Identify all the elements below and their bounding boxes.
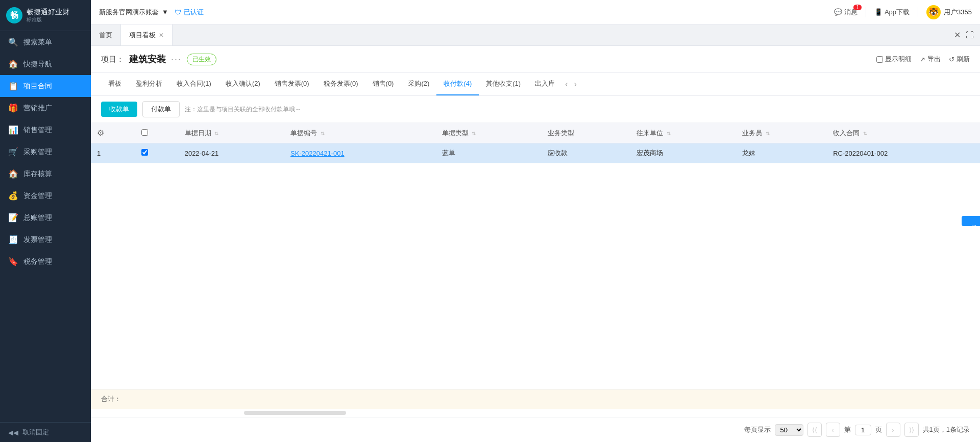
sub-nav-payment[interactable]: 收付款(4) <box>436 73 479 95</box>
col-type[interactable]: 单据类型 ⇅ <box>436 123 542 143</box>
certified-text: 已认证 <box>184 8 204 17</box>
row-checkbox[interactable] <box>141 149 148 156</box>
sub-nav-warehouse[interactable]: 出入库 <box>528 73 562 95</box>
sidebar-label-ledger: 总账管理 <box>23 213 52 223</box>
row-number[interactable]: SK-20220421-001 <box>284 143 436 163</box>
page-next-button[interactable]: › <box>886 423 900 437</box>
sub-nav-profit[interactable]: 盈利分析 <box>129 73 169 95</box>
sort-contract-icon: ⇅ <box>863 131 867 136</box>
sidebar-item-marketing[interactable]: 🎁 营销推广 <box>0 97 91 119</box>
tab-project-board[interactable]: 项目看板 ✕ <box>121 24 173 45</box>
sub-nav-next[interactable]: › <box>571 76 579 93</box>
app-download-button[interactable]: 📱 App下载 <box>874 8 910 17</box>
col-checkbox[interactable] <box>135 123 179 143</box>
sub-nav-purchase[interactable]: 采购(2) <box>401 73 436 95</box>
refresh-icon: ↺ <box>949 56 954 63</box>
row-staff: 龙妹 <box>736 143 827 163</box>
payment-pay-button[interactable]: 付款单 <box>142 101 180 117</box>
purchase-icon: 🛒 <box>8 147 18 157</box>
page-last-button[interactable]: ⟩⟩ <box>904 423 919 437</box>
col-partner[interactable]: 往来单位 ⇅ <box>630 123 736 143</box>
col-date[interactable]: 单据日期 ⇅ <box>179 123 284 143</box>
sub-nav-prev[interactable]: ‹ <box>562 76 571 93</box>
page-first-button[interactable]: ⟨⟨ <box>807 423 822 437</box>
refresh-button[interactable]: ↺ 刷新 <box>949 55 970 64</box>
page-number-input[interactable] <box>855 425 871 435</box>
account-selector[interactable]: 新服务官网演示账套 ▼ <box>99 8 168 17</box>
project-label: 项目： <box>101 55 124 64</box>
sidebar-item-ledger[interactable]: 📝 总账管理 <box>0 207 91 229</box>
sidebar-label-project-contract: 项目合同 <box>23 82 52 91</box>
col-staff[interactable]: 业务员 ⇅ <box>736 123 827 143</box>
content-area: 首页 项目看板 ✕ ✕ ⛶ 项目： 建筑安装 ··· 已生效 <box>91 24 980 442</box>
payment-receipt-button[interactable]: 收款单 <box>101 102 137 117</box>
table-area: ⚙ 单据日期 ⇅ 单据编号 ⇅ <box>91 123 980 389</box>
tab-bar-controls: ✕ ⛶ <box>948 30 980 40</box>
project-more-button[interactable]: ··· <box>171 54 182 65</box>
certified-badge: 🛡 已认证 <box>175 8 204 17</box>
sidebar-item-tax[interactable]: 🔖 税务管理 <box>0 251 91 273</box>
window-maximize-button[interactable]: ⛶ <box>966 31 974 40</box>
sidebar-label-invoice: 发票管理 <box>23 235 52 244</box>
refresh-label: 刷新 <box>957 55 970 64</box>
show-detail-input[interactable] <box>876 56 883 63</box>
sidebar-label-tax: 税务管理 <box>23 257 52 266</box>
settings-icon[interactable]: ⚙ <box>97 129 104 137</box>
message-icon: 💬 <box>834 8 842 16</box>
sidebar-label-marketing: 营销推广 <box>23 104 52 113</box>
sub-toolbar: 收款单 付款单 注：这里是与项目关联的全部收付款单哦～ <box>91 96 980 123</box>
search-icon: 🔍 <box>8 37 18 47</box>
sub-nav-income-confirm[interactable]: 收入确认(2) <box>218 73 267 95</box>
row-partner: 宏茂商场 <box>630 143 736 163</box>
tab-close-icon[interactable]: ✕ <box>159 32 164 39</box>
sidebar-item-finance[interactable]: 💰 资金管理 <box>0 185 91 207</box>
tab-home[interactable]: 首页 <box>91 24 121 45</box>
sidebar-item-purchase[interactable]: 🛒 采购管理 <box>0 141 91 163</box>
sub-nav: 看板 盈利分析 收入合同(1) 收入确认(2) 销售发票(0) 税务发票(0) <box>91 73 980 96</box>
col-number[interactable]: 单据编号 ⇅ <box>284 123 436 143</box>
sidebar-logo: 畅 畅捷通好业财 标准版 <box>0 0 91 31</box>
col-settings[interactable]: ⚙ <box>91 123 135 143</box>
select-all-checkbox[interactable] <box>141 129 148 136</box>
user-menu[interactable]: 🐯 用户3355 <box>926 5 972 19</box>
home-icon: 🏠 <box>8 59 18 69</box>
page-prev-button[interactable]: ‹ <box>826 423 840 437</box>
message-button[interactable]: 💬 消息 1 <box>834 8 857 17</box>
show-detail-checkbox[interactable]: 显示明细 <box>876 55 912 64</box>
marketing-icon: 🎁 <box>8 103 18 113</box>
window-close-button[interactable]: ✕ <box>954 30 961 40</box>
sales-icon: 📊 <box>8 125 18 135</box>
sub-nav-tax-invoice[interactable]: 税务发票(0) <box>316 73 365 95</box>
table-scrollbar-area[interactable] <box>91 409 980 417</box>
feedback-button[interactable]: 反馈 <box>962 216 980 226</box>
sidebar-item-search[interactable]: 🔍 搜索菜单 <box>0 31 91 53</box>
sidebar-item-inventory[interactable]: 🏠 库存核算 <box>0 163 91 185</box>
sidebar-unpin[interactable]: ◀◀ 取消固定 <box>0 422 91 442</box>
total-pages-label: 共1页，1条记录 <box>923 425 970 434</box>
message-badge: 1 <box>853 5 862 10</box>
sub-nav-sales[interactable]: 销售(0) <box>365 73 401 95</box>
inventory-icon: 🏠 <box>8 169 18 179</box>
tab-bar: 首页 项目看板 ✕ ✕ ⛶ <box>91 24 980 46</box>
sub-nav-board[interactable]: 看板 <box>101 73 129 95</box>
per-page-select[interactable]: 50 10 20 100 <box>775 424 803 436</box>
sub-nav-sales-invoice[interactable]: 销售发票(0) <box>267 73 316 95</box>
total-label: 合计： <box>101 395 121 403</box>
table-scrollbar-track[interactable] <box>244 411 346 415</box>
row-checkbox-cell[interactable] <box>135 143 179 163</box>
sidebar-item-quick-nav[interactable]: 🏠 快捷导航 <box>0 53 91 75</box>
sidebar-item-invoice[interactable]: 🧾 发票管理 <box>0 229 91 251</box>
export-button[interactable]: ↗ 导出 <box>920 55 941 64</box>
table-row[interactable]: 1 2022-04-21 SK-20220421-001 蓝单 应收款 宏茂商场… <box>91 143 980 163</box>
sub-nav-income-contract[interactable]: 收入合同(1) <box>169 73 218 95</box>
table-header-row: ⚙ 单据日期 ⇅ 单据编号 ⇅ <box>91 123 980 143</box>
row-number-link[interactable]: SK-20220421-001 <box>290 150 345 157</box>
phone-icon: 📱 <box>874 8 883 16</box>
invoice-icon: 🧾 <box>8 235 18 244</box>
col-income-contract[interactable]: 收入合同 ⇅ <box>827 123 980 143</box>
sub-nav-other-income[interactable]: 其他收支(1) <box>479 73 528 95</box>
data-table: ⚙ 单据日期 ⇅ 单据编号 ⇅ <box>91 123 980 163</box>
sidebar: 畅 畅捷通好业财 标准版 🔍 搜索菜单 🏠 快捷导航 📋 项目合同 🎁 营销推广… <box>0 0 91 442</box>
sidebar-item-sales[interactable]: 📊 销售管理 <box>0 119 91 141</box>
sidebar-item-project-contract[interactable]: 📋 项目合同 <box>0 75 91 97</box>
